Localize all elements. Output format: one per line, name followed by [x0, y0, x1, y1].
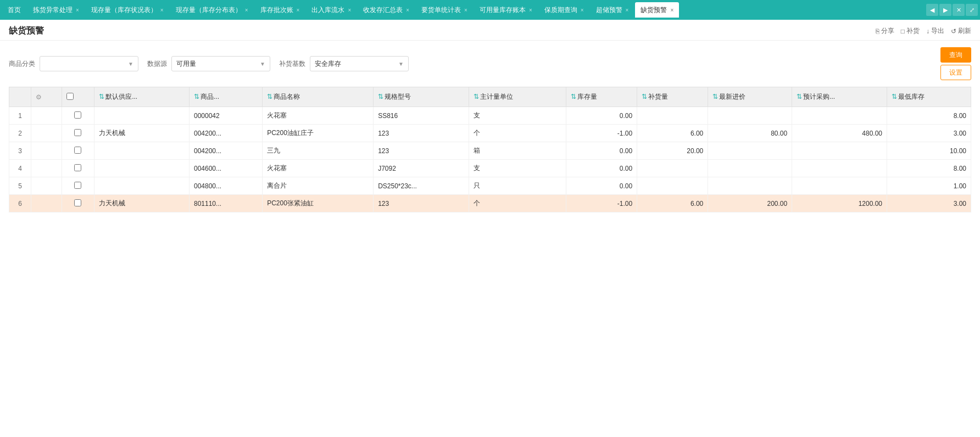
cell-unit-6: 个 [469, 195, 566, 212]
col-header-min_stock[interactable]: ⇅最低库存 [887, 87, 971, 107]
row-cb-1[interactable] [74, 111, 81, 119]
tab-flow[interactable]: 出入库流水× [306, 2, 357, 18]
cell-product_code-4: 004600... [190, 160, 263, 177]
cell-product_name-5: 离合片 [263, 177, 374, 195]
replenish-button[interactable]: □ 补货 [901, 26, 920, 36]
cell-min_stock-4: 8.00 [887, 160, 971, 177]
col-header-default_supplier[interactable]: ⇅默认供应... [94, 87, 190, 107]
col-header-product_code[interactable]: ⇅商品... [190, 87, 263, 107]
cell-default_supplier-6: 力天机械 [94, 195, 190, 212]
cell-replenish_qty-2: 6.00 [637, 125, 708, 142]
row-num-5: 5 [9, 177, 31, 195]
tab-close-overstock[interactable]: × [626, 7, 629, 13]
datasource-label: 数据源 [147, 59, 167, 69]
tab-prev-button[interactable]: ◀ [926, 4, 938, 16]
cell-replenish_qty-1 [637, 107, 708, 125]
tab-close-shortage[interactable]: × [670, 7, 673, 13]
table-header: ⚙⇅默认供应...⇅商品...⇅商品名称⇅规格型号⇅主计量单位⇅库存量⇅补货量⇅… [9, 87, 971, 107]
col-header-est_purchase[interactable]: ⇅预计采购... [792, 87, 887, 107]
row-cb-6[interactable] [74, 199, 81, 206]
cell-replenish_qty-6: 6.00 [637, 195, 708, 212]
cell-spec-4: J7092 [374, 160, 469, 177]
tab-close-demand-stat[interactable]: × [464, 7, 467, 13]
cell-spec-5: DS250*23c... [374, 177, 469, 195]
tab-label-flow: 出入库流水 [311, 5, 344, 15]
col-header-product_name[interactable]: ⇅商品名称 [263, 87, 374, 107]
tab-close-batch-account[interactable]: × [297, 7, 300, 13]
datasource-filter-group: 数据源 可用量 ▼ [147, 56, 270, 71]
sort-icon-unit: ⇅ [474, 93, 479, 100]
tab-close-inventory-dist[interactable]: × [245, 7, 248, 13]
col-header-num [9, 87, 31, 107]
tab-close-available-ledger[interactable]: × [529, 7, 532, 13]
tab-close-abnormal[interactable]: × [76, 7, 79, 13]
row-cb-5[interactable] [74, 182, 81, 189]
tab-expiry[interactable]: 保质期查询× [539, 2, 589, 18]
cell-min_stock-6: 3.00 [887, 195, 971, 212]
settings-button[interactable]: 设置 [940, 65, 971, 80]
tab-close-button[interactable]: ✕ [953, 4, 965, 16]
cell-min_stock-1: 8.00 [887, 107, 971, 125]
row-cb-2[interactable] [74, 129, 81, 136]
tab-demand-stat[interactable]: 要货单统计表× [416, 2, 473, 18]
cell-default_supplier-4 [94, 160, 190, 177]
row-checkbox-6[interactable] [62, 195, 94, 212]
col-header-replenish_qty[interactable]: ⇅补货量 [637, 87, 708, 107]
col-header-spec[interactable]: ⇅规格型号 [374, 87, 469, 107]
row-settings-1 [31, 107, 62, 125]
search-button[interactable]: 查询 [940, 47, 971, 63]
col-header-latest_price[interactable]: ⇅最新进价 [708, 87, 792, 107]
gear-icon[interactable]: ⚙ [36, 93, 42, 101]
select-all-checkbox[interactable] [66, 93, 74, 100]
cell-default_supplier-1 [94, 107, 190, 125]
sort-icon-default_supplier: ⇅ [99, 93, 104, 100]
row-cb-4[interactable] [74, 164, 81, 171]
tab-shortage[interactable]: 缺货预警× [635, 2, 679, 18]
main-content: 缺货预警 ⎘ 分享 □ 补货 ↓ 导出 ↺ 刷新 商品分类 [0, 20, 980, 437]
tab-overstock[interactable]: 超储预警× [591, 2, 634, 18]
datasource-select[interactable]: 可用量 ▼ [171, 56, 270, 71]
tab-label-inventory-dist: 现存量（库存分布表） [176, 5, 242, 15]
row-checkbox-3[interactable] [62, 142, 94, 160]
tab-available-ledger[interactable]: 可用量库存账本× [474, 2, 538, 18]
tab-close-flow[interactable]: × [348, 7, 351, 13]
col-header-unit[interactable]: ⇅主计量单位 [469, 87, 566, 107]
tab-label-available-ledger: 可用量库存账本 [480, 5, 526, 15]
tab-home[interactable]: 首页 [2, 2, 26, 18]
replenish-basis-label: 补货基数 [279, 59, 305, 69]
table-row: 4004600...火花塞J7092支0.008.00 [9, 160, 971, 177]
row-checkbox-4[interactable] [62, 160, 94, 177]
cell-product_name-2: PC200油缸庄子 [263, 125, 374, 142]
cell-stock_qty-1: 0.00 [566, 107, 637, 125]
share-button[interactable]: ⎘ 分享 [876, 26, 894, 36]
row-num-4: 4 [9, 160, 31, 177]
tab-receipt-summary[interactable]: 收发存汇总表× [358, 2, 415, 18]
export-button[interactable]: ↓ 导出 [926, 26, 944, 36]
refresh-button[interactable]: ↺ 刷新 [951, 26, 971, 36]
tab-label-overstock: 超储预警 [596, 5, 622, 15]
row-cb-3[interactable] [74, 147, 81, 154]
cell-product_code-6: 801110... [190, 195, 263, 212]
tab-inventory-dist[interactable]: 现存量（库存分布表）× [170, 2, 254, 18]
replenish-basis-select[interactable]: 安全库存 ▼ [310, 56, 409, 71]
col-header-stock_qty[interactable]: ⇅库存量 [566, 87, 637, 107]
share-icon: ⎘ [876, 27, 879, 35]
row-checkbox-1[interactable] [62, 107, 94, 125]
tab-close-inventory-status[interactable]: × [160, 7, 164, 13]
col-label-default_supplier: 默认供应... [105, 93, 137, 100]
tab-close-expiry[interactable]: × [581, 7, 584, 13]
cell-product_name-4: 火花塞 [263, 160, 374, 177]
category-select[interactable]: ▼ [40, 56, 138, 71]
col-label-unit: 主计量单位 [480, 93, 513, 100]
row-checkbox-2[interactable] [62, 125, 94, 142]
tab-batch-account[interactable]: 库存批次账× [255, 2, 305, 18]
row-num-6: 6 [9, 195, 31, 212]
tab-expand-button[interactable]: ⤢ [966, 4, 978, 16]
tab-inventory-status[interactable]: 现存量（库存状况表）× [86, 2, 169, 18]
row-checkbox-5[interactable] [62, 177, 94, 195]
tab-close-receipt-summary[interactable]: × [406, 7, 409, 13]
replenish-icon: □ [901, 27, 905, 35]
tab-next-button[interactable]: ▶ [939, 4, 951, 16]
tab-abnormal[interactable]: 拣货异常处理× [27, 2, 85, 18]
sort-icon-min_stock: ⇅ [892, 93, 897, 100]
